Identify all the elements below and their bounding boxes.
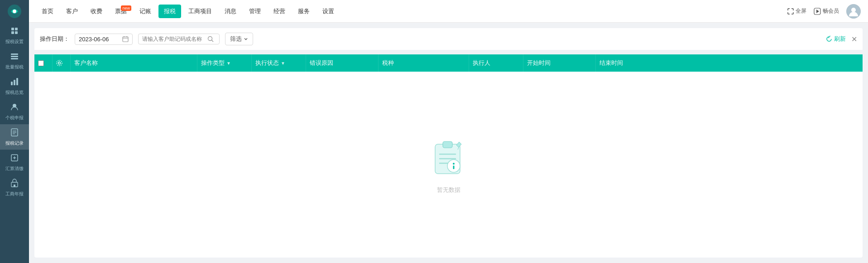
svg-rect-9 <box>11 82 13 85</box>
sidebar-item-label: 批量报税 <box>5 64 24 70</box>
gear-icon <box>56 60 62 66</box>
nav-message[interactable]: 消息 <box>219 5 242 18</box>
sidebar-item-label: 个税申报 <box>5 115 24 121</box>
member-label: 畅会员 <box>823 7 839 15</box>
empty-illustration <box>428 135 469 180</box>
sidebar-item-jilu[interactable]: 报税记录 <box>0 124 29 150</box>
empty-text: 暂无数据 <box>437 186 460 194</box>
filter-label: 筛选 <box>230 35 242 43</box>
user-avatar[interactable] <box>846 4 861 19</box>
nav-ticket[interactable]: 票据 new <box>110 5 132 18</box>
fullscreen-icon <box>787 8 794 15</box>
svg-line-31 <box>212 40 214 42</box>
member-btn[interactable]: 畅会员 <box>814 7 839 15</box>
select-all-checkbox[interactable] <box>38 60 44 66</box>
company-icon <box>10 179 19 190</box>
nav-operation[interactable]: 经营 <box>268 5 291 18</box>
chevron-down-icon <box>244 37 248 41</box>
svg-rect-7 <box>11 56 18 57</box>
table-header: 客户名称 操作类型 ▼ 执行状态 ▼ 错误原因 税种 执行人 <box>34 54 863 72</box>
nav-home[interactable]: 首页 <box>36 5 59 18</box>
play-icon <box>814 8 821 15</box>
nav-fee[interactable]: 收费 <box>85 5 108 18</box>
sidebar-item-piliang[interactable]: 批量报税 <box>0 48 29 73</box>
calculate-icon <box>10 153 19 165</box>
nav-service[interactable]: 服务 <box>293 5 315 18</box>
batch-icon <box>10 52 19 63</box>
sidebar-item-label: 工商年报 <box>5 191 24 197</box>
calendar-icon <box>122 36 129 42</box>
sidebar-item-geshuishenbao[interactable]: 个税申报 <box>0 99 29 124</box>
nav-settings[interactable]: 设置 <box>317 5 340 18</box>
empty-state: 暂无数据 <box>428 135 469 194</box>
new-badge: new <box>121 5 131 11</box>
filter-btn[interactable]: 筛选 <box>225 33 253 45</box>
svg-point-32 <box>58 62 61 64</box>
th-tax-type: 税种 <box>379 54 469 72</box>
th-start-time: 开始时间 <box>523 54 596 72</box>
sidebar-item-huisuan[interactable]: 汇算清缴 <box>0 150 29 175</box>
svg-point-1 <box>13 10 16 13</box>
nav-manage[interactable]: 管理 <box>244 5 266 18</box>
svg-rect-41 <box>453 166 454 169</box>
main-area: 首页 客户 收费 票据 new 记账 报税 工商项目 消息 管理 经营 服务 设… <box>29 0 868 263</box>
svg-point-40 <box>453 163 455 165</box>
sort-icon: ▼ <box>226 61 231 66</box>
sidebar-item-label: 汇算清缴 <box>5 166 24 171</box>
nav-items: 首页 客户 收费 票据 new 记账 报税 工商项目 消息 管理 经营 服务 设… <box>36 5 787 18</box>
svg-rect-11 <box>16 78 18 85</box>
date-field[interactable] <box>79 36 120 43</box>
svg-rect-4 <box>15 28 18 30</box>
th-executor: 执行人 <box>469 54 523 72</box>
sidebar-item-label: 报税设置 <box>5 39 24 44</box>
content-area: 操作日期： 筛选 <box>29 23 868 263</box>
nav-industry[interactable]: 工商项目 <box>183 5 217 18</box>
svg-rect-10 <box>14 80 15 85</box>
search-icon <box>207 36 214 42</box>
close-btn[interactable]: ✕ <box>851 35 857 44</box>
svg-point-33 <box>57 60 62 66</box>
date-label: 操作日期： <box>40 35 69 43</box>
sort-icon: ▼ <box>281 61 285 66</box>
svg-rect-3 <box>11 31 14 34</box>
refresh-icon <box>826 36 832 42</box>
svg-point-25 <box>851 8 856 12</box>
record-icon <box>10 128 19 139</box>
refresh-label: 刷新 <box>834 35 846 43</box>
th-settings[interactable] <box>53 54 71 72</box>
date-input[interactable] <box>75 34 133 45</box>
person-icon <box>10 102 19 114</box>
topnav-right: 全屏 畅会员 <box>787 4 861 19</box>
th-operation-type[interactable]: 操作类型 ▼ <box>197 54 252 72</box>
svg-rect-6 <box>11 54 18 55</box>
search-input[interactable] <box>142 36 206 42</box>
svg-rect-21 <box>14 185 15 187</box>
overview-icon <box>10 77 19 88</box>
table-body: 暂无数据 <box>34 72 863 258</box>
th-exec-status[interactable]: 执行状态 ▼ <box>252 54 306 72</box>
sidebar-item-zonlan[interactable]: 报税总览 <box>0 73 29 99</box>
table-container: 客户名称 操作类型 ▼ 执行状态 ▼ 错误原因 税种 执行人 <box>34 54 863 258</box>
svg-marker-23 <box>816 10 819 13</box>
svg-point-30 <box>208 37 212 41</box>
search-box[interactable] <box>138 34 220 44</box>
topnav: 首页 客户 收费 票据 new 记账 报税 工商项目 消息 管理 经营 服务 设… <box>29 0 868 23</box>
sidebar-item-label: 报税总览 <box>5 90 24 95</box>
svg-rect-5 <box>15 31 18 34</box>
sidebar-item-baoshuishezhi[interactable]: 报税设置 <box>0 23 29 48</box>
th-error-reason: 错误原因 <box>306 54 379 72</box>
fullscreen-label: 全屏 <box>796 7 806 15</box>
toolbar: 操作日期： 筛选 <box>34 28 863 50</box>
svg-rect-2 <box>11 28 14 30</box>
settings-icon <box>10 26 19 38</box>
sidebar-logo <box>0 0 29 23</box>
svg-rect-8 <box>11 58 18 59</box>
nav-customer[interactable]: 客户 <box>61 5 83 18</box>
nav-bookkeeping[interactable]: 记账 <box>134 5 157 18</box>
th-checkbox[interactable] <box>34 54 53 72</box>
sidebar-item-gongshang[interactable]: 工商年报 <box>0 175 29 200</box>
fullscreen-btn[interactable]: 全屏 <box>787 7 806 15</box>
refresh-btn[interactable]: 刷新 <box>826 35 846 43</box>
th-end-time: 结束时间 <box>596 54 668 72</box>
nav-tax[interactable]: 报税 <box>158 5 181 18</box>
